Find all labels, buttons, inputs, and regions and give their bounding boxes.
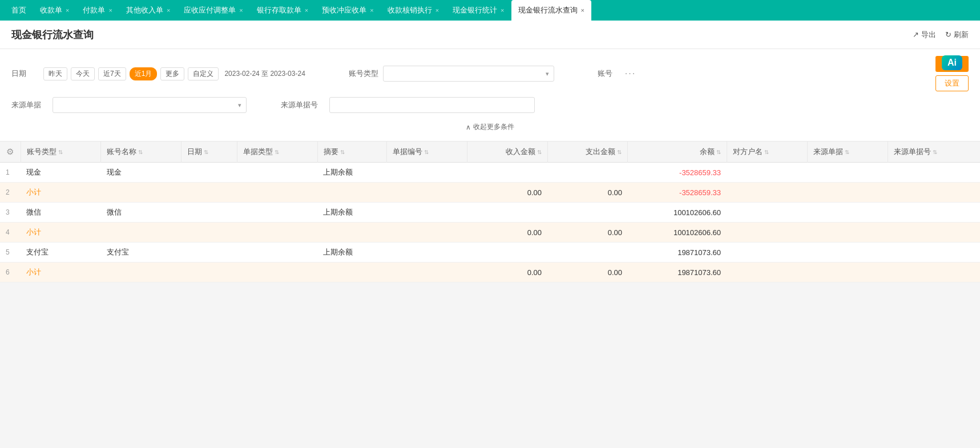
close-icon[interactable]: × (501, 7, 504, 14)
date-btn-today[interactable]: 今天 (71, 67, 95, 80)
account-more-button[interactable]: ··· (625, 68, 636, 79)
date-btn-7days[interactable]: 近7天 (98, 67, 126, 80)
table-row: 2 小计 0.00 0.00 -3528659.33 (0, 183, 980, 203)
nav-cash-stat[interactable]: 现金银行统计 × (446, 0, 511, 21)
close-icon[interactable]: × (581, 7, 584, 14)
nav-bank-deposit[interactable]: 银行存取款单 × (250, 0, 315, 21)
cell-account-type: 小计 (21, 223, 101, 243)
col-account-type[interactable]: 账号类型⇅ (21, 142, 101, 163)
sort-icon: ⇅ (933, 149, 937, 155)
nav-home[interactable]: 首页 (5, 0, 33, 21)
close-icon[interactable]: × (108, 7, 112, 14)
row-num: 4 (0, 223, 21, 243)
ai-badge[interactable]: Ai (942, 55, 962, 70)
account-type-filter: 账号类型 ▾ (349, 66, 554, 82)
cell-doc-type (237, 183, 317, 203)
col-source-doc[interactable]: 来源单据⇅ (807, 142, 888, 163)
cell-counter-party (727, 163, 807, 183)
col-settings[interactable]: ⚙ (0, 142, 21, 163)
table-body: 1 现金 现金 上期余额 -3528659.33 2 小计 0.00 0.00 … (0, 163, 980, 282)
sort-icon: ⇅ (138, 149, 143, 155)
date-btn-yesterday[interactable]: 昨天 (43, 67, 67, 80)
close-icon[interactable]: × (305, 7, 308, 14)
col-doc-no[interactable]: 单据编号⇅ (386, 142, 467, 163)
nav-collect-exec[interactable]: 收款核销执行 × (381, 0, 446, 21)
account-label: 账号 (598, 68, 620, 79)
cell-doc-type (237, 223, 317, 243)
cell-balance: 100102606.60 (628, 203, 727, 223)
nav-cash-flow[interactable]: 现金银行流水查询 × (511, 0, 591, 21)
cell-counter-party (727, 243, 807, 263)
nav-other-income[interactable]: 其他收入单 × (119, 0, 177, 21)
cell-source-doc-no (888, 243, 980, 263)
cell-expense (547, 243, 628, 263)
cell-expense: 0.00 (547, 263, 628, 282)
col-account-name[interactable]: 账号名称⇅ (101, 142, 182, 163)
cell-income: 0.00 (467, 263, 547, 282)
cell-source-doc (807, 183, 888, 203)
col-counter-party[interactable]: 对方户名⇅ (727, 142, 807, 163)
row-num: 5 (0, 243, 21, 263)
cell-expense (547, 203, 628, 223)
settings-button[interactable]: 设置 (935, 75, 969, 91)
cell-account-name (101, 223, 182, 243)
page-title: 现金银行流水查询 (11, 28, 94, 42)
close-icon[interactable]: × (167, 7, 170, 14)
col-summary[interactable]: 摘要⇅ (317, 142, 386, 163)
col-income[interactable]: 收入金额⇅ (467, 142, 547, 163)
account-type-label: 账号类型 (349, 68, 378, 79)
sort-icon: ⇅ (716, 149, 721, 155)
source-doc-num-input[interactable] (329, 97, 535, 113)
refresh-button[interactable]: ↻ 刷新 (945, 30, 969, 40)
collapse-bar[interactable]: ∧ 收起更多条件 (11, 119, 969, 134)
date-options: 昨天 今天 近7天 近1月 更多 自定义 2023-02-24 至 2023-0… (43, 67, 305, 80)
page-header: 现金银行流水查询 ↗ 导出 ↻ 刷新 (0, 21, 980, 49)
source-doc-select[interactable]: ▾ (53, 97, 247, 113)
col-date[interactable]: 日期⇅ (182, 142, 237, 163)
top-navigation: 首页 收款单 × 付款单 × 其他收入单 × 应收应付调整单 × 银行存取款单 … (0, 0, 980, 21)
cell-balance: 100102606.60 (628, 223, 727, 243)
cell-summary (317, 263, 386, 282)
cell-date (182, 223, 237, 243)
account-type-select[interactable]: ▾ (383, 66, 554, 82)
col-source-doc-no[interactable]: 来源单据号⇅ (888, 142, 980, 163)
gear-icon[interactable]: ⚙ (6, 147, 14, 156)
cell-doc-no (386, 263, 467, 282)
export-button[interactable]: ↗ 导出 (913, 30, 936, 40)
cell-date (182, 203, 237, 223)
cell-summary (317, 223, 386, 243)
close-icon[interactable]: × (370, 7, 373, 14)
cell-doc-no (386, 223, 467, 243)
chevron-down-icon: ▾ (546, 70, 549, 78)
col-balance[interactable]: 余额⇅ (628, 142, 727, 163)
nav-payment[interactable]: 付款单 × (76, 0, 119, 21)
date-btn-1month[interactable]: 近1月 (130, 67, 158, 80)
date-btn-custom[interactable]: 自定义 (188, 67, 219, 80)
cell-doc-type (237, 263, 317, 282)
cell-summary: 上期余额 (317, 243, 386, 263)
cell-source-doc (807, 163, 888, 183)
source-doc-label: 来源单据 (11, 100, 41, 110)
sort-icon: ⇅ (275, 149, 279, 155)
nav-ar-ap-adjust[interactable]: 应收应付调整单 × (177, 0, 249, 21)
cell-income (467, 163, 547, 183)
table-container: ⚙ 账号类型⇅ 账号名称⇅ 日期⇅ 单据类型⇅ 摘要⇅ 单据编号 (0, 142, 980, 282)
cell-account-name (101, 183, 182, 203)
date-range: 2023-02-24 至 2023-03-24 (224, 69, 305, 79)
close-icon[interactable]: × (239, 7, 243, 14)
sort-icon: ⇅ (58, 149, 63, 155)
col-doc-type[interactable]: 单据类型⇅ (237, 142, 317, 163)
cell-doc-no (386, 243, 467, 263)
data-table: ⚙ 账号类型⇅ 账号名称⇅ 日期⇅ 单据类型⇅ 摘要⇅ 单据编号 (0, 142, 980, 282)
cell-account-type: 现金 (21, 163, 101, 183)
close-icon[interactable]: × (66, 7, 69, 14)
cell-date (182, 263, 237, 282)
sort-icon: ⇅ (764, 149, 769, 155)
nav-prepay[interactable]: 预收冲应收单 × (315, 0, 380, 21)
nav-receipt[interactable]: 收款单 × (33, 0, 76, 21)
cell-source-doc (807, 263, 888, 282)
date-btn-more[interactable]: 更多 (160, 67, 184, 80)
filter-row-date: 日期 昨天 今天 近7天 近1月 更多 自定义 2023-02-24 至 202… (11, 56, 969, 91)
close-icon[interactable]: × (435, 7, 439, 14)
col-expense[interactable]: 支出金额⇅ (547, 142, 628, 163)
